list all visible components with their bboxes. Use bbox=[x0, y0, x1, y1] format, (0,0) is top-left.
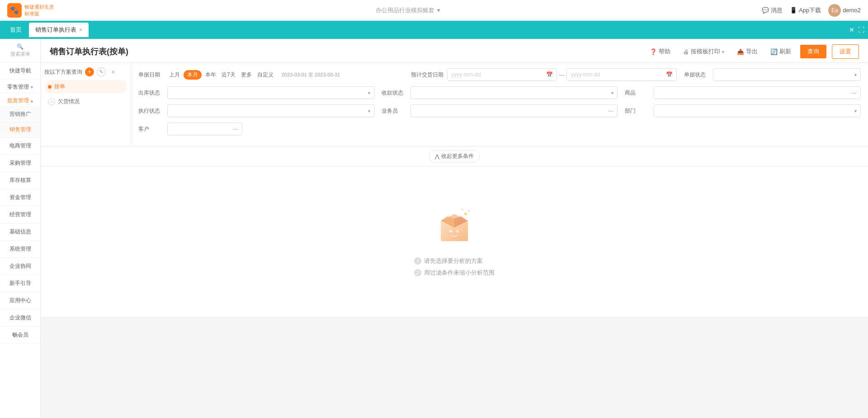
add-scheme-button[interactable]: + bbox=[85, 67, 94, 76]
date-range-delivery: yyyy-mm-dd 📅 — yyyy-mm-dd 📅 bbox=[447, 68, 676, 81]
collapse-scheme-button[interactable]: « bbox=[108, 67, 118, 76]
sidebar-item-member[interactable]: 畅会员 bbox=[0, 327, 40, 344]
sidebar-sub-item-marketing[interactable]: 营销推广 bbox=[0, 107, 40, 122]
nav-tabs: 首页 销售订单执行表 × ✕ ⛶ bbox=[0, 21, 868, 39]
goods-input[interactable]: ··· bbox=[654, 86, 861, 99]
sidebar-item-retail[interactable]: 零售管理 ▾ bbox=[0, 80, 40, 93]
tip-num-2: 2 bbox=[414, 269, 421, 276]
date-range-text: 2023-03-01 至 2023-03-31 bbox=[282, 71, 340, 78]
date-tab-this-year[interactable]: 本年 bbox=[203, 70, 218, 80]
logo-text: 畅捷通好生意 标准版 bbox=[24, 4, 54, 17]
sidebar-item-app-center[interactable]: 应用中心 bbox=[0, 292, 40, 309]
breadcrumb-arrow-icon[interactable]: ▾ bbox=[437, 7, 440, 14]
tip-num-1: 1 bbox=[414, 257, 421, 265]
search-button[interactable]: 查询 bbox=[800, 45, 826, 58]
filter-left-header: 按以下方案查询 + ✎ « bbox=[44, 67, 127, 76]
receive-status-label: 收款状态 bbox=[382, 89, 407, 97]
edit-scheme-button[interactable]: ✎ bbox=[97, 67, 106, 76]
out-status-dropdown-icon: ▾ bbox=[368, 90, 370, 95]
dept-label: 部门 bbox=[625, 107, 650, 115]
tab-home[interactable]: 首页 bbox=[4, 23, 28, 37]
chevron-down-icon: ▾ bbox=[31, 85, 33, 90]
tab-close-icon[interactable]: × bbox=[79, 27, 82, 33]
empty-tip-2: 2 用过滤条件来缩小分析范围 bbox=[414, 269, 495, 277]
help-button[interactable]: ❓ 帮助 bbox=[646, 46, 674, 57]
sidebar-item-enterprise[interactable]: 企业协同 bbox=[0, 258, 40, 275]
sidebar-item-system[interactable]: 系统管理 bbox=[0, 241, 40, 258]
refresh-button[interactable]: 🔄 刷新 bbox=[767, 46, 795, 57]
out-status-label: 出库状态 bbox=[138, 89, 164, 97]
app-download-button[interactable]: 📱 App下载 bbox=[790, 6, 821, 14]
empty-illustration bbox=[432, 203, 477, 248]
svg-point-8 bbox=[456, 230, 459, 233]
sidebar-item-search[interactable]: 🔍 搜索菜单 bbox=[0, 39, 40, 62]
logo-area: 🐾 畅捷通好生意 标准版 bbox=[7, 3, 54, 18]
filter-row-4: 客户 ··· bbox=[138, 123, 861, 135]
sidebar-sub-item-sales[interactable]: 销售管理 bbox=[0, 122, 40, 138]
salesman-input[interactable]: ··· bbox=[410, 104, 618, 117]
date-tab-custom[interactable]: 自定义 bbox=[255, 70, 275, 80]
bill-status-field: 单据状态 ▾ bbox=[684, 68, 861, 81]
date-tab-more[interactable]: 更多 bbox=[239, 70, 254, 80]
user-avatar[interactable]: Ea demo2 bbox=[828, 4, 861, 17]
page-header: 销售订单执行表(按单) ❓ 帮助 🖨 按模板打印 ▾ 📤 导出 🔄 刷新 bbox=[41, 39, 868, 63]
empty-tips: 1 请先选择要分析的方案 2 用过滤条件来缩小分析范围 bbox=[414, 257, 495, 280]
calendar-end-icon: 📅 bbox=[666, 71, 673, 78]
breadcrumb: 办公用品行业模拟账套 ▾ bbox=[376, 6, 440, 14]
bill-status-select[interactable]: ▾ bbox=[713, 68, 861, 81]
exec-status-field: 执行状态 ▾ bbox=[138, 104, 374, 117]
exec-status-dropdown-icon: ▾ bbox=[368, 109, 370, 114]
exec-status-select[interactable]: ▾ bbox=[167, 104, 374, 117]
sidebar-item-quick-nav[interactable]: 快捷导航 bbox=[0, 62, 40, 80]
message-button[interactable]: 💬 消息 bbox=[762, 6, 783, 14]
close-window-icon[interactable]: ✕ bbox=[849, 26, 854, 33]
sidebar-item-inventory[interactable]: 库存核算 bbox=[0, 172, 40, 189]
collapse-button[interactable]: ⋀ 收起更多条件 bbox=[429, 150, 480, 162]
customer-input[interactable]: ··· bbox=[167, 123, 242, 135]
delivery-date-start[interactable]: yyyy-mm-dd 📅 bbox=[447, 68, 557, 81]
sidebar-item-purchase[interactable]: 采购管理 bbox=[0, 155, 40, 172]
chevron-up-icon: ▴ bbox=[31, 98, 33, 103]
maximize-icon[interactable]: ⛶ bbox=[858, 26, 864, 33]
top-bar: 🐾 畅捷通好生意 标准版 办公用品行业模拟账套 ▾ 💬 消息 📱 App下载 E… bbox=[0, 0, 868, 21]
export-icon: 📤 bbox=[737, 48, 744, 55]
sidebar-item-ecommerce[interactable]: 电商管理 bbox=[0, 138, 40, 155]
exec-status-label: 执行状态 bbox=[138, 107, 164, 115]
refresh-icon: 🔄 bbox=[770, 48, 778, 55]
settings-button[interactable]: 设置 bbox=[832, 44, 859, 59]
sidebar-item-basic-info[interactable]: 基础信息 bbox=[0, 223, 40, 241]
export-button[interactable]: 📤 导出 bbox=[733, 46, 761, 57]
sidebar-item-business[interactable]: 经营管理 bbox=[0, 206, 40, 223]
receive-status-select[interactable]: ▾ bbox=[410, 86, 618, 99]
dept-select[interactable]: ▾ bbox=[654, 104, 861, 117]
customer-label: 客户 bbox=[138, 125, 164, 133]
date-tabs: 上月 本月 本年 近7天 更多 自定义 bbox=[167, 70, 275, 80]
help-icon: ❓ bbox=[650, 48, 657, 55]
print-dropdown-icon[interactable]: ▾ bbox=[722, 49, 724, 54]
goods-dots-icon[interactable]: ··· bbox=[851, 89, 857, 96]
receive-status-dropdown-icon: ▾ bbox=[611, 90, 613, 95]
scheme-item-backorder[interactable]: ○ 欠货情况 bbox=[44, 95, 127, 108]
top-bar-right: 💬 消息 📱 App下载 Ea demo2 bbox=[762, 4, 861, 17]
filter-row-2: 出库状态 ▾ 收款状态 ▾ 商品 bbox=[138, 86, 861, 99]
filter-row-3: 执行状态 ▾ 业务员 ··· 部门 bbox=[138, 104, 861, 117]
salesman-dots-icon[interactable]: ··· bbox=[608, 107, 613, 114]
sidebar-item-enterprise-wechat[interactable]: 企业微信 bbox=[0, 309, 40, 327]
customer-dots-icon[interactable]: ··· bbox=[233, 125, 238, 133]
sidebar-item-newbie[interactable]: 新手引导 bbox=[0, 275, 40, 292]
filter-panel: 按以下方案查询 + ✎ « 按单 ○ 欠货情况 bbox=[41, 63, 868, 147]
goods-label: 商品 bbox=[625, 89, 650, 97]
message-icon: 💬 bbox=[762, 7, 769, 14]
out-status-select[interactable]: ▾ bbox=[167, 86, 374, 99]
delivery-date-end[interactable]: yyyy-mm-dd 📅 bbox=[566, 68, 676, 81]
print-button[interactable]: 🖨 按模板打印 ▾ bbox=[679, 46, 728, 57]
date-tab-7days[interactable]: 近7天 bbox=[220, 70, 237, 80]
tab-sales-order[interactable]: 销售订单执行表 × bbox=[29, 23, 89, 37]
date-tab-last-month[interactable]: 上月 bbox=[167, 70, 182, 80]
main-layout: 🔍 搜索菜单 快捷导航 零售管理 ▾ 批发管理 ▴ 营销推广 销售管理 电商管理… bbox=[0, 39, 868, 418]
sidebar-item-finance[interactable]: 资金管理 bbox=[0, 189, 40, 206]
date-tab-this-month[interactable]: 本月 bbox=[184, 70, 202, 80]
sidebar-item-wholesale[interactable]: 批发管理 ▴ bbox=[0, 93, 40, 107]
scheme-item-order[interactable]: 按单 bbox=[44, 80, 127, 93]
calendar-icon: 📅 bbox=[546, 71, 553, 78]
